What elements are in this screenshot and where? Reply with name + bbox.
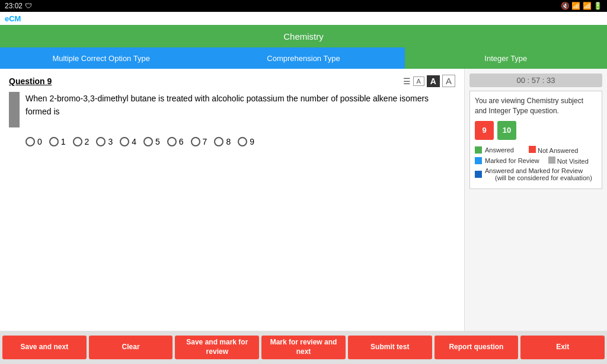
option-5[interactable]: 5	[143, 137, 160, 146]
legend-label-answered: Answered	[485, 146, 514, 154]
bottom-bar: Save and next Clear Save and mark for re…	[0, 331, 607, 364]
legend-dot-answered	[475, 146, 482, 154]
option-label-5: 5	[155, 137, 160, 146]
info-text: You are viewing Chemistry subject and In…	[475, 96, 597, 116]
radio-3[interactable]	[96, 137, 106, 146]
save-next-button[interactable]: Save and next	[2, 336, 87, 359]
option-1[interactable]: 1	[49, 137, 66, 146]
right-panel: 00 : 57 : 33 You are viewing Chemistry s…	[465, 69, 607, 331]
legend-label-marked: Marked for Review	[485, 157, 539, 164]
question-panel: Question 9 ☰ A A A When 2-bromo-3,3-dime…	[0, 69, 465, 331]
legend-dot-marked	[475, 157, 482, 164]
option-label-0: 0	[37, 137, 42, 146]
legend-answered: Answered Not Answered	[475, 146, 597, 154]
question-number: Question 9	[9, 76, 52, 86]
legend-label-not-visited: Not Visited	[557, 158, 589, 165]
font-small-btn[interactable]: A	[413, 76, 424, 86]
report-question-button[interactable]: Report question	[435, 336, 519, 359]
app-title: eCM	[5, 14, 21, 23]
font-large-btn[interactable]: A	[442, 75, 455, 87]
radio-8[interactable]	[214, 137, 223, 146]
radio-4[interactable]	[120, 137, 129, 146]
exit-button[interactable]: Exit	[520, 336, 605, 359]
legend-dot-not-answered	[529, 146, 536, 153]
save-mark-review-button[interactable]: Save and mark for review	[175, 336, 259, 359]
option-label-1: 1	[61, 137, 66, 146]
option-label-2: 2	[85, 137, 90, 146]
option-label-6: 6	[179, 137, 184, 146]
font-controls: ☰ A A A	[403, 75, 455, 87]
subject-label: Chemistry	[283, 31, 324, 41]
main-area: Question 9 ☰ A A A When 2-bromo-3,3-dime…	[0, 69, 607, 331]
clear-button[interactable]: Clear	[89, 336, 173, 359]
option-label-4: 4	[132, 137, 136, 146]
radio-9[interactable]	[238, 137, 247, 146]
legend-label-not-answered: Not Answered	[538, 147, 578, 154]
subject-bar: Chemistry	[0, 25, 607, 47]
tab-bar[interactable]: Multiple Correct Option Type Comprehensi…	[0, 47, 607, 69]
option-3[interactable]: 3	[96, 137, 113, 146]
legend-dot-answered-marked	[475, 171, 482, 178]
question-numbers: 9 10	[475, 121, 597, 140]
legend-dot-not-visited	[548, 157, 555, 164]
option-6[interactable]: 6	[167, 137, 184, 146]
radio-0[interactable]	[25, 137, 35, 146]
menu-icon[interactable]: ☰	[403, 76, 411, 86]
option-label-9: 9	[250, 137, 254, 146]
option-8[interactable]: 8	[214, 137, 231, 146]
legend-marked: Marked for Review Not Visited	[475, 157, 597, 165]
question-header: Question 9 ☰ A A A	[9, 75, 455, 87]
mark-review-next-button[interactable]: Mark for review and next	[261, 336, 346, 359]
info-box: You are viewing Chemistry subject and In…	[469, 91, 602, 189]
option-2[interactable]: 2	[73, 137, 90, 146]
question-text: When 2-bromo-3,3-dimethyl butane is trea…	[25, 92, 455, 127]
timer-bar: 00 : 57 : 33	[469, 74, 602, 87]
tab-integer[interactable]: Integer Type	[405, 47, 607, 69]
option-label-8: 8	[226, 137, 231, 146]
option-9[interactable]: 9	[238, 137, 254, 146]
legend-answered-marked: Answered and Marked for Review(will be c…	[475, 167, 597, 181]
status-shield-icon: 🛡	[25, 2, 32, 10]
status-icons: 🔇 📶 📶 🔋	[561, 2, 602, 10]
option-7[interactable]: 7	[191, 137, 207, 146]
radio-2[interactable]	[73, 137, 82, 146]
option-4[interactable]: 4	[120, 137, 136, 146]
question-content: When 2-bromo-3,3-dimethyl butane is trea…	[9, 92, 455, 127]
question-marker	[9, 92, 20, 127]
option-label-3: 3	[108, 137, 113, 146]
legend: Answered Not Answered Marked for Review …	[475, 146, 597, 181]
options-row: 0 1 2 3 4 5 6	[25, 137, 455, 146]
tab-multiple-correct[interactable]: Multiple Correct Option Type	[0, 47, 202, 69]
legend-label-answered-marked: Answered and Marked for Review(will be c…	[485, 167, 592, 181]
tab-comprehension[interactable]: Comprehension Type	[202, 47, 404, 69]
q-num-9[interactable]: 9	[475, 121, 494, 140]
radio-5[interactable]	[143, 137, 153, 146]
q-num-10[interactable]: 10	[497, 121, 516, 140]
status-bar: 23:02 🛡 🔇 📶 📶 🔋	[0, 0, 607, 12]
status-time: 23:02	[5, 2, 23, 10]
font-medium-btn[interactable]: A	[427, 75, 440, 87]
radio-1[interactable]	[49, 137, 59, 146]
option-0[interactable]: 0	[25, 137, 42, 146]
app-header: eCM	[0, 12, 607, 25]
submit-test-button[interactable]: Submit test	[348, 336, 432, 359]
radio-7[interactable]	[191, 137, 200, 146]
option-label-7: 7	[203, 137, 207, 146]
radio-6[interactable]	[167, 137, 177, 146]
